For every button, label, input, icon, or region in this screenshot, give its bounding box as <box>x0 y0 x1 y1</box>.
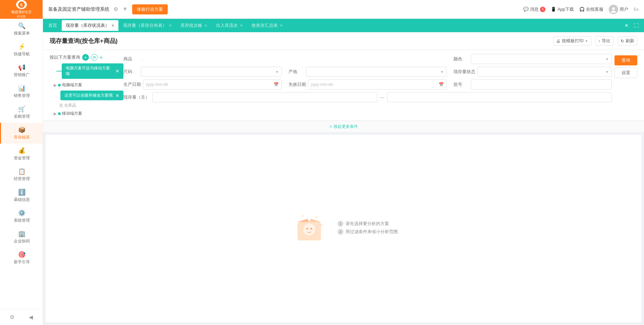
filter-edit-btn[interactable]: ⟳ <box>91 54 98 61</box>
sidebar-collapse-btn[interactable]: ◀ <box>28 313 34 322</box>
product-dots-btn[interactable]: ··· <box>141 57 146 62</box>
field-prod-date: 生产日期 yyyy-mm-dd 📅 <box>123 79 282 90</box>
origin-chevron-icon: ▼ <box>440 70 444 74</box>
tab-inout-flow-close[interactable]: ✕ <box>240 23 243 28</box>
industry-btn[interactable]: 体验行业方案 <box>132 4 168 14</box>
sidebar-item-finance[interactable]: 💰 资金管理 <box>0 144 43 164</box>
settings-btn[interactable]: 设置 <box>614 67 637 78</box>
prod-date-input[interactable]: yyyy-mm-dd 📅 <box>143 79 282 90</box>
field-product: 商品 ··· <box>123 56 282 62</box>
tab-receive-send-summary[interactable]: 收发存汇总表 ✕ <box>248 20 287 31</box>
svg-line-9 <box>316 216 317 218</box>
color-select[interactable]: ▼ <box>471 54 612 64</box>
tab-home[interactable]: 首页 <box>44 20 61 31</box>
tab-batch-account[interactable]: 库存批次账 ✕ <box>176 20 211 31</box>
field-origin: 产地 ▼ <box>288 67 447 77</box>
size-select[interactable]: ▼ <box>141 67 282 77</box>
page-header: 现存量查询(按仓库+商品) 🖨 按模板打印 ▼ ↑ 导出 ↻ 刷新 <box>43 32 644 50</box>
tree-label-warehouse: 仓 仓库品 <box>59 103 76 108</box>
prod-date-cal-icon[interactable]: 📅 <box>274 82 279 87</box>
sidebar-item-quick-nav[interactable]: ⚡ 快捷导航 <box>0 40 43 60</box>
tooltip1-close[interactable]: ✕ <box>115 68 119 74</box>
sidebar-item-enterprise[interactable]: 🏢 企业协同 <box>0 227 43 248</box>
stock-qty-from-input[interactable] <box>152 92 377 102</box>
page-actions: 🖨 按模板打印 ▼ ↑ 导出 ↻ 刷新 <box>553 36 637 46</box>
message-btn[interactable]: 💬 消息 6 <box>523 6 545 12</box>
stock-qty-to-input[interactable] <box>387 92 612 102</box>
marketing-icon: 📢 <box>18 64 25 71</box>
sidebar-item-inventory-label: 库存核算 <box>14 134 30 140</box>
tab-batch-account-close[interactable]: ✕ <box>204 23 207 28</box>
filter-label: 按以下方案查询 <box>50 54 80 60</box>
topbar-gear-icon[interactable]: ⚙ <box>113 6 118 12</box>
collapse-bar[interactable]: ∧ 收起更多条件 <box>43 121 644 132</box>
sidebar-item-sales[interactable]: 📊 销售管理 <box>0 81 43 102</box>
logo-icon: 6 <box>16 0 27 9</box>
sidebar-item-base-info[interactable]: ℹ️ 基础信息 <box>0 185 43 206</box>
export-btn[interactable]: ↑ 导出 <box>595 36 614 46</box>
app-download-btn[interactable]: 📱 App下载 <box>551 6 574 12</box>
size-chevron-icon: ▼ <box>275 70 279 74</box>
sidebar-item-operations[interactable]: 📋 经营管理 <box>0 164 43 185</box>
refresh-btn[interactable]: ↻ 刷新 <box>618 36 637 46</box>
sidebar-item-purchase[interactable]: 🛒 采购管理 <box>0 102 43 123</box>
filter-section: 按以下方案查询 + ⟳ « 电脑方案可设为移动方案哦 ✕ <box>43 50 644 121</box>
tab-inout-flow[interactable]: 出入库流水 ✕ <box>212 20 247 31</box>
sidebar-settings-btn[interactable]: ⚙ <box>8 313 16 322</box>
filter-row-3: 生产日期 yyyy-mm-dd 📅 失效日期 yyyy-mm-dd <box>123 79 612 90</box>
print-btn[interactable]: 🖨 按模板打印 ▼ <box>553 36 591 46</box>
tabs-close-all-btn[interactable]: ✕ <box>623 22 630 29</box>
origin-select[interactable]: ▼ <box>306 67 447 77</box>
tree-dot-mobile <box>58 112 61 115</box>
field-expire-date-label: 失效日期 <box>288 82 306 88</box>
tab-home-label: 首页 <box>48 22 57 29</box>
tooltip2-text: 这里可以创建和修改方案哦 <box>64 93 113 98</box>
topbar-right: 💬 消息 6 📱 App下载 🎧 在线客服 用户 Ea <box>523 5 639 14</box>
sidebar-item-operations-label: 经营管理 <box>14 176 30 182</box>
sidebar-item-marketing[interactable]: 📢 营销推广 <box>0 60 43 81</box>
sidebar-item-inventory[interactable]: 📦 库存核算 <box>0 123 43 144</box>
message-badge: 6 <box>540 7 545 12</box>
svg-text:6: 6 <box>20 3 22 7</box>
avatar <box>609 5 618 14</box>
user-label: 用户 <box>620 6 628 12</box>
tabs-fullscreen-btn[interactable]: ⛶ <box>633 22 640 29</box>
svg-point-7 <box>310 228 312 230</box>
online-support-btn[interactable]: 🎧 在线客服 <box>579 6 603 12</box>
sidebar-item-guide[interactable]: 🎯 新手引导 <box>0 248 43 268</box>
filter-add-btn[interactable]: + <box>82 54 89 61</box>
tab-receive-send-summary-close[interactable]: ✕ <box>280 23 283 28</box>
tab-inventory-dist-label: 现存量（库存分布表） <box>123 22 167 29</box>
tab-inventory-status-close[interactable]: ✕ <box>111 23 114 28</box>
tab-inventory-dist[interactable]: 现存量（库存分布表） ✕ <box>119 20 176 31</box>
field-stock-status: 现存量状态 ▼ <box>453 67 612 77</box>
expire-date-input[interactable]: yyyy-mm-dd 📅 <box>308 79 447 90</box>
sidebar-item-sales-label: 销售管理 <box>14 93 30 99</box>
tooltip1-text: 电脑方案可设为移动方案哦 <box>66 65 113 77</box>
expire-date-cal-icon[interactable]: 📅 <box>439 82 444 87</box>
batch-no-input[interactable] <box>471 79 612 90</box>
enterprise-icon: 🏢 <box>18 230 25 237</box>
app-logo: 6 畅捷通好生意 标准版 <box>0 0 43 19</box>
sidebar-item-search[interactable]: 🔍 搜索菜单 <box>0 19 43 40</box>
empty-state: 1 请先选择要分析的方案 2 用过滤条件来缩小分析范围 <box>46 135 641 322</box>
schema-tree-mobile[interactable]: ▶ 移动端方案 <box>54 109 123 118</box>
system-icon: ⚙️ <box>18 209 25 217</box>
schema-tree-desktop[interactable]: ▶ 电脑端方案 <box>54 81 123 89</box>
tooltip2-close[interactable]: ✕ <box>115 93 119 98</box>
tab-inventory-dist-close[interactable]: ✕ <box>169 23 172 28</box>
schema-tree: ▶ 电脑端方案 这里可以创建和修改方案哦 ✕ <box>54 81 123 118</box>
collapse-label: 收起更多条件 <box>334 124 358 129</box>
query-btn[interactable]: 查询 <box>614 55 637 65</box>
user-menu[interactable]: 用户 <box>609 5 628 14</box>
sidebar-item-system[interactable]: ⚙️ 系统管理 <box>0 206 43 227</box>
tab-inout-flow-label: 出入库流水 <box>216 22 238 29</box>
filter-right: 商品 ··· 颜色 ▼ <box>123 54 637 104</box>
filter-row-1: 商品 ··· 颜色 ▼ <box>123 54 612 64</box>
sidebar: 6 畅捷通好生意 标准版 🔍 搜索菜单 ⚡ 快捷导航 📢 营销推广 📊 销售管理… <box>0 0 43 325</box>
tab-inventory-status[interactable]: 现存量（库存状况表） ✕ <box>62 20 118 31</box>
field-size: 尺码 ▼ <box>123 67 282 77</box>
stock-status-select[interactable]: ▼ <box>477 67 612 77</box>
filter-arrow-btn[interactable]: « <box>100 54 103 60</box>
topbar-chevron-icon: ▼ <box>122 6 128 13</box>
